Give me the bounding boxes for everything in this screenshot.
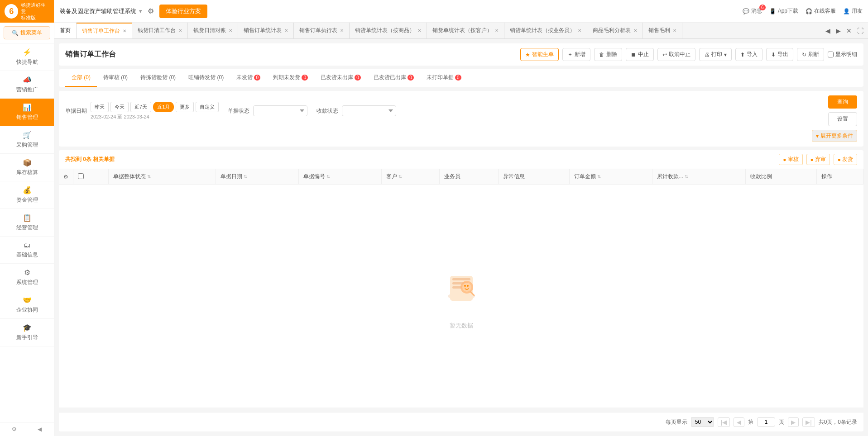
date-btn-custom[interactable]: 自定义 xyxy=(196,102,219,112)
tab-sales-stat[interactable]: 销售订单统计表 ✕ xyxy=(238,23,294,39)
filter-tab-not-printed[interactable]: 未打印单据 0 xyxy=(420,69,468,87)
sort-icon-number[interactable]: ⇅ xyxy=(326,174,330,179)
tab-close-sale-summary-staff[interactable]: ✕ xyxy=(578,28,581,33)
svg-point-6 xyxy=(462,283,471,292)
sidebar-item-enterprise[interactable]: 🤝 企业协同 xyxy=(0,291,54,319)
last-page-button[interactable]: ▶| xyxy=(802,417,815,427)
user-button[interactable]: 👤 用友 xyxy=(843,7,863,15)
tab-sales-revenue[interactable]: 销售毛利 ✕ xyxy=(643,23,682,39)
tab-scroll-left[interactable]: ◀ xyxy=(823,25,833,36)
status-label: 单据状态 xyxy=(228,107,249,115)
tab-maximize[interactable]: ⛶ xyxy=(854,25,866,36)
tab-sales-exec[interactable]: 销售订单执行表 ✕ xyxy=(294,23,350,39)
cancel-review-button[interactable]: ● 弃审 xyxy=(806,154,830,165)
sidebar-item-sales[interactable]: 📊 销售管理 xyxy=(0,99,54,126)
expand-conditions-button[interactable]: ▾ 展开更多条件 xyxy=(812,130,857,142)
tab-close-gross-profit[interactable]: ✕ xyxy=(633,28,637,33)
tab-sales-workbench[interactable]: 销售订单工作台 ✕ xyxy=(77,23,132,39)
message-button[interactable]: 💬 消息 6 xyxy=(743,7,762,15)
tab-gross-profit[interactable]: 商品毛利分析表 ✕ xyxy=(587,23,643,39)
sort-icon-amount[interactable]: ⇅ xyxy=(597,174,601,179)
topbar-dropdown-arrow[interactable]: ▾ xyxy=(139,8,142,14)
sidebar-item-base-info[interactable]: 🗂 基础信息 xyxy=(0,237,54,264)
table-area: 共找到 0条 相关单据 ● 审核 ● 弃审 ● 发货 xyxy=(59,150,863,431)
page-size-select[interactable]: 50 100 200 xyxy=(691,417,714,427)
cancel-stop-button[interactable]: ↩ 取消中止 xyxy=(657,48,695,61)
prev-page-button[interactable]: ◀ xyxy=(734,417,744,427)
filter-tab-shipped-not-out[interactable]: 已发货未出库 0 xyxy=(314,69,367,87)
stop-button[interactable]: ⏹ 中止 xyxy=(626,48,654,61)
footer-settings-button[interactable]: ⚙ xyxy=(4,426,25,432)
delete-button[interactable]: 🗑 删除 xyxy=(594,48,622,61)
payment-select[interactable] xyxy=(342,105,396,116)
table-scroll-area[interactable]: ⚙ 单据整体状态 ⇅ 单据日期 ⇅ xyxy=(59,169,863,408)
sidebar-item-inventory[interactable]: 📦 库存核算 xyxy=(0,154,54,181)
first-page-button[interactable]: |◀ xyxy=(718,417,730,427)
date-btn-today[interactable]: 今天 xyxy=(110,102,129,112)
tab-close-current[interactable]: ✕ xyxy=(844,25,854,36)
next-page-button[interactable]: ▶ xyxy=(788,417,799,427)
review-button[interactable]: ● 审核 xyxy=(779,154,802,165)
filter-tab-wangpu-pending[interactable]: 旺铺待发货 (0) xyxy=(182,69,230,87)
date-btn-7days[interactable]: 近7天 xyxy=(130,102,151,112)
horizontal-scrollbar[interactable] xyxy=(59,408,863,412)
tab-cash-reconcile[interactable]: 钱货日清对账 ✕ xyxy=(188,23,238,39)
smart-create-button[interactable]: ★ 智能生单 xyxy=(520,48,559,61)
tab-close-cash-reconcile[interactable]: ✕ xyxy=(229,28,232,33)
footer-collapse-button[interactable]: ◀ xyxy=(29,426,51,432)
filter-tab-overdue-not-shipped[interactable]: 到期未发货 0 xyxy=(267,69,314,87)
filter-tab-all[interactable]: 全部 (0) xyxy=(65,69,97,87)
select-all-checkbox[interactable] xyxy=(78,173,84,179)
tab-home[interactable]: 首页 xyxy=(54,23,77,39)
query-button[interactable]: 查询 xyxy=(828,95,857,109)
tab-close-sale-summary-cust[interactable]: ✕ xyxy=(495,28,499,33)
tab-scroll-right[interactable]: ▶ xyxy=(833,25,844,36)
sort-icon-collected[interactable]: ⇅ xyxy=(685,174,688,179)
tab-sale-summary-cust[interactable]: 销货单统计表（按客户） ✕ xyxy=(427,23,504,39)
tab-sale-summary-prod[interactable]: 销货单统计表（按商品） ✕ xyxy=(350,23,427,39)
filter-tab-pending-review[interactable]: 待审核 (0) xyxy=(97,69,134,87)
sidebar-item-finance[interactable]: 💰 资金管理 xyxy=(0,181,54,209)
topbar-settings-icon[interactable]: ⚙ xyxy=(148,7,154,15)
tab-close-sales-revenue[interactable]: ✕ xyxy=(673,28,676,33)
ship-button[interactable]: ● 发货 xyxy=(834,154,857,165)
payment-field: 收款状态 xyxy=(317,105,396,116)
sidebar-item-purchase[interactable]: 🛒 采购管理 xyxy=(0,126,54,154)
search-setting-button[interactable]: 设置 xyxy=(828,112,857,126)
sidebar-item-marketing[interactable]: 📣 营销推广 xyxy=(0,71,54,99)
online-service-button[interactable]: 🎧 在线客服 xyxy=(806,7,836,15)
search-menu-button[interactable]: 🔍 搜索菜单 xyxy=(4,26,50,39)
date-btn-more[interactable]: 更多 xyxy=(176,102,194,112)
print-button[interactable]: 🖨 打印 ▾ xyxy=(699,48,732,61)
sidebar-item-system[interactable]: ⚙ 系统管理 xyxy=(0,264,54,291)
sort-icon-customer[interactable]: ⇅ xyxy=(398,174,402,179)
tab-close-sales-exec[interactable]: ✕ xyxy=(340,28,344,33)
status-select[interactable] xyxy=(253,105,307,116)
sidebar-item-guide[interactable]: 🎓 新手引导 xyxy=(0,319,54,346)
filter-tab-pending-inspect[interactable]: 待拣货验货 (0) xyxy=(134,69,182,87)
show-detail-checkbox-label[interactable]: 显示明细 xyxy=(828,51,857,58)
refresh-button[interactable]: ↻ 刷新 xyxy=(797,48,824,61)
tab-close-sale-summary-prod[interactable]: ✕ xyxy=(417,28,421,33)
sort-icon-date[interactable]: ⇅ xyxy=(244,174,247,179)
tab-close-sales-workbench[interactable]: ✕ xyxy=(123,28,126,33)
app-download-button[interactable]: 📱 App下载 xyxy=(769,7,798,15)
export-button[interactable]: ⬇ 导出 xyxy=(766,48,793,61)
filter-tab-shipped-out[interactable]: 已发货已出库 0 xyxy=(367,69,420,87)
trial-button[interactable]: 体验行业方案 xyxy=(159,5,207,18)
sidebar-item-operations[interactable]: 📋 经营管理 xyxy=(0,209,54,237)
tab-close-cash-daily[interactable]: ✕ xyxy=(178,28,182,33)
date-btn-1month[interactable]: 近1月 xyxy=(153,102,174,112)
add-button[interactable]: ＋ 新增 xyxy=(562,48,590,61)
import-button[interactable]: ⬆ 导入 xyxy=(735,48,762,61)
date-btn-yesterday[interactable]: 昨天 xyxy=(91,102,109,112)
tab-sale-summary-staff[interactable]: 销货单统计表（按业务员） ✕ xyxy=(504,23,587,39)
page-input[interactable] xyxy=(757,417,775,427)
tab-close-sales-stat[interactable]: ✕ xyxy=(284,28,288,33)
sort-icon-status[interactable]: ⇅ xyxy=(147,174,151,179)
tab-cash-daily[interactable]: 钱货日清工作台 ✕ xyxy=(132,23,188,39)
main-area: 装备及固定资产辅助管理系统 ▾ ⚙ 体验行业方案 💬 消息 6 📱 App下载 … xyxy=(54,0,868,436)
filter-tab-not-shipped[interactable]: 未发货 0 xyxy=(230,69,267,87)
sidebar-item-quick-nav[interactable]: ⚡ 快捷导航 xyxy=(0,43,54,71)
show-detail-checkbox[interactable] xyxy=(828,52,834,57)
